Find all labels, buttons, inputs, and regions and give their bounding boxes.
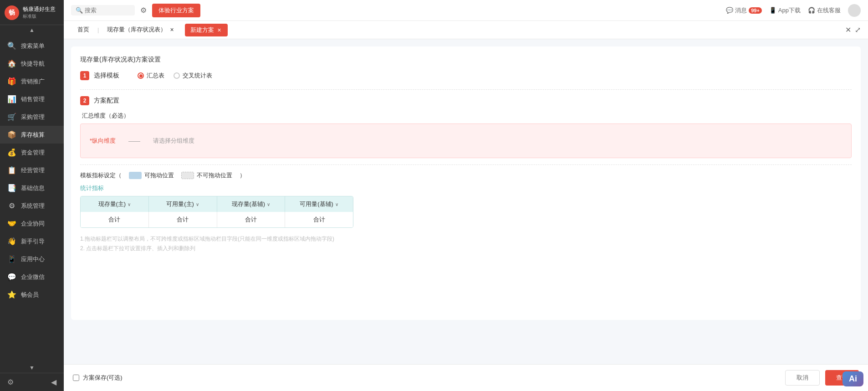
- sidebar-item-system[interactable]: ⚙ 系统管理: [0, 197, 64, 215]
- sidebar-item-sales[interactable]: 📊 销售管理: [0, 90, 64, 108]
- sidebar-item-marketing[interactable]: 🎁 营销推广: [0, 72, 64, 90]
- section1-num: 1: [80, 71, 89, 80]
- operations-icon: 📋: [7, 166, 16, 175]
- sidebar-item-label: 快捷导航: [21, 60, 45, 68]
- section-config: 2 方案配置 汇总维度（必选） *纵向维度 —— 请选择分组维度 模板指标设定（…: [80, 96, 852, 252]
- online-service-label: 在线客服: [817, 6, 841, 15]
- sidebar-item-member[interactable]: ⭐ 畅会员: [0, 286, 64, 304]
- stats-col-0-chevron: ∨: [128, 202, 131, 207]
- enterprise-wechat-icon: 💬: [7, 273, 16, 281]
- sidebar-item-app-center[interactable]: 📱 应用中心: [0, 250, 64, 268]
- no-drag-box: [181, 172, 194, 179]
- sidebar-item-label: 畅会员: [21, 291, 39, 299]
- radio-summary-label: 汇总表: [147, 72, 164, 80]
- tab-new-scheme[interactable]: 新建方案 ×: [185, 24, 228, 36]
- radio-cross-label: 交叉统计表: [183, 72, 212, 80]
- dimension-box[interactable]: *纵向维度 —— 请选择分组维度: [80, 123, 852, 158]
- sidebar-items-list: 🔍 搜索菜单 🏠 快捷导航 🎁 营销推广 📊 销售管理 🛒 采购管理 📦 库存核…: [0, 35, 64, 363]
- sales-icon: 📊: [7, 95, 16, 103]
- tabbar: 首页 | 现存量（库存状况表） × 新建方案 × ✕ ⤢: [64, 21, 868, 39]
- draggable-indicator: 可拖动位置: [129, 171, 174, 180]
- radio-summary-circle: [138, 72, 144, 79]
- section-template: 1 选择模板 汇总表 交叉统计表: [80, 71, 852, 80]
- tip-2: 2. 点击标题栏下拉可设置排序、插入列和删除列: [80, 245, 852, 252]
- template-radio-group: 汇总表 交叉统计表: [138, 72, 212, 80]
- sidebar-item-new-guide[interactable]: 👋 新手引导: [0, 232, 64, 250]
- tab-close-all-button[interactable]: ✕: [845, 26, 851, 34]
- sidebar-item-finance[interactable]: 💰 资金管理: [0, 144, 64, 161]
- message-label: 消息: [735, 6, 747, 15]
- sidebar-item-label: 企业协同: [21, 220, 45, 228]
- logo-icon: 畅: [5, 5, 19, 20]
- sidebar-item-quick-nav[interactable]: 🏠 快捷导航: [0, 55, 64, 72]
- sidebar-item-purchase[interactable]: 🛒 采购管理: [0, 108, 64, 126]
- stats-cell-1: 合计: [149, 212, 217, 227]
- draggable-label: 可拖动位置: [144, 171, 174, 180]
- radio-summary[interactable]: 汇总表: [138, 72, 164, 80]
- dimension-field-label: *纵向维度: [90, 137, 116, 145]
- search-box[interactable]: 🔍: [71, 5, 135, 15]
- stats-cell-3: 合计: [285, 212, 353, 227]
- new-guide-icon: 👋: [7, 237, 16, 246]
- enterprise-icon: 🤝: [7, 219, 16, 228]
- sidebar-item-label: 新手引导: [21, 237, 45, 246]
- stats-table-body: 合计 合计 合计 合计: [81, 212, 353, 227]
- marketing-icon: 🎁: [7, 77, 16, 86]
- online-service-item[interactable]: 🎧 在线客服: [808, 6, 841, 15]
- basic-info-icon: 📑: [7, 184, 16, 192]
- section2-header: 2 方案配置: [80, 96, 852, 105]
- quick-nav-icon: 🏠: [7, 59, 16, 68]
- section1-label: 选择模板: [94, 72, 119, 80]
- app-download-item[interactable]: 📱 App下载: [769, 6, 801, 15]
- ai-badge[interactable]: Ai: [842, 371, 863, 386]
- tip-1: 1.拖动标题栏可以调整布局，不可跨维度或指标区域拖动栏目字段(只能在同一维度或指…: [80, 235, 852, 243]
- radio-cross[interactable]: 交叉统计表: [174, 72, 212, 80]
- sidebar-item-inventory[interactable]: 📦 库存核算: [0, 126, 64, 144]
- sidebar-scroll-up[interactable]: ▲: [0, 25, 64, 35]
- sidebar-item-enterprise-wechat[interactable]: 💬 企业微信: [0, 268, 64, 286]
- stats-col-1[interactable]: 可用量(主) ∨: [149, 196, 217, 212]
- sidebar-item-label: 库存核算: [21, 131, 45, 139]
- indicator-label: 模板指标设定（: [80, 171, 122, 180]
- sidebar-item-operations[interactable]: 📋 经营管理: [0, 161, 64, 179]
- save-option-label: 方案保存(可选): [83, 374, 123, 382]
- stats-col-2[interactable]: 现存量(基辅) ∨: [217, 196, 286, 212]
- sidebar-scroll-down[interactable]: ▼: [0, 363, 64, 373]
- stats-col-0-label: 现存量(主): [98, 200, 126, 208]
- save-checkbox[interactable]: [73, 375, 79, 381]
- tab-new-close[interactable]: ×: [217, 26, 222, 34]
- stats-col-3-label: 可用量(基辅): [300, 200, 333, 208]
- settings-button[interactable]: ⚙: [7, 378, 14, 386]
- stats-col-0[interactable]: 现存量(主) ∨: [81, 196, 149, 212]
- search-input[interactable]: [85, 7, 130, 14]
- tab-inventory-status[interactable]: 现存量（库存状况表） ×: [101, 22, 181, 38]
- industry-scheme-button[interactable]: 体验行业方案: [152, 4, 200, 17]
- tab-expand-button[interactable]: ⤢: [855, 26, 861, 34]
- tab-home-label: 首页: [77, 26, 89, 34]
- sidebar-item-search-menu[interactable]: 🔍 搜索菜单: [0, 37, 64, 55]
- topbar-gear-button[interactable]: ⚙: [140, 6, 147, 15]
- tab-home[interactable]: 首页: [71, 22, 96, 38]
- stats-col-2-label: 现存量(基辅): [232, 200, 266, 208]
- tab-inventory-label: 现存量（库存状况表）: [107, 26, 166, 34]
- sidebar-item-label: 营销推广: [21, 77, 45, 86]
- section2-label: 方案配置: [94, 97, 119, 105]
- divider-2: [80, 165, 852, 165]
- sidebar-item-label: 基础信息: [21, 184, 45, 192]
- sidebar: 畅 畅康通好生意 标准版 ▲ 🔍 搜索菜单 🏠 快捷导航 🎁 营销推广 📊 销售…: [0, 0, 64, 391]
- sidebar-item-enterprise[interactable]: 🤝 企业协同: [0, 215, 64, 232]
- drag-box: [129, 172, 142, 179]
- main-area: 🔍 ⚙ 体验行业方案 💬 消息 99+ 📱 App下载 🎧 在线客服 首页: [64, 0, 868, 391]
- sidebar-item-basic-info[interactable]: 📑 基础信息: [0, 179, 64, 197]
- finance-icon: 💰: [7, 148, 16, 157]
- message-item[interactable]: 💬 消息 99+: [726, 6, 762, 15]
- stats-col-3[interactable]: 可用量(基辅) ∨: [285, 196, 353, 212]
- system-icon: ⚙: [7, 201, 16, 210]
- collapse-button[interactable]: ◀: [51, 378, 56, 386]
- sidebar-item-label: 应用中心: [21, 255, 45, 263]
- search-icon: 🔍: [76, 7, 83, 14]
- cancel-button[interactable]: 取消: [785, 370, 820, 386]
- tab-inventory-close[interactable]: ×: [169, 26, 174, 33]
- user-avatar[interactable]: [848, 4, 861, 17]
- search-menu-icon: 🔍: [7, 41, 16, 50]
